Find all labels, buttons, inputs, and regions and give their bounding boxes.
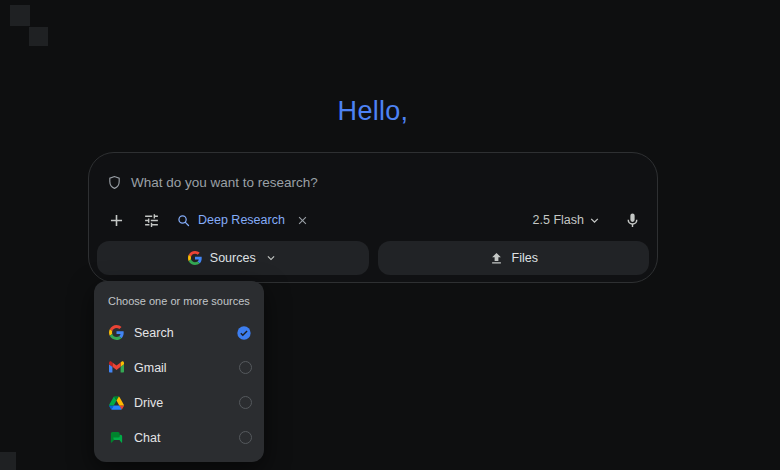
radio-unselected[interactable] <box>239 396 252 409</box>
plus-icon <box>107 211 126 230</box>
google-g-icon <box>108 325 124 340</box>
chevron-down-icon <box>264 251 278 265</box>
model-label: 2.5 Flash <box>533 213 584 227</box>
menu-item-label: Chat <box>134 431 229 445</box>
deep-research-label: Deep Research <box>198 213 285 227</box>
tools-button[interactable] <box>143 212 160 229</box>
add-attachment-button[interactable] <box>107 211 126 230</box>
prompt-toolbar: Deep Research 2.5 Flash <box>107 208 641 232</box>
model-selector[interactable]: 2.5 Flash <box>533 213 602 228</box>
sources-button[interactable]: Sources <box>97 241 369 275</box>
tune-icon <box>143 212 160 229</box>
desktop-artifact <box>29 27 48 46</box>
sources-menu-title: Choose one or more sources <box>94 285 264 315</box>
radio-unselected[interactable] <box>239 431 252 444</box>
menu-item-label: Gmail <box>134 361 229 375</box>
deep-research-chip[interactable]: Deep Research <box>176 213 309 228</box>
menu-item-label: Search <box>134 326 226 340</box>
prompt-input[interactable]: What do you want to research? <box>107 172 318 192</box>
menu-item-label: Drive <box>134 396 229 410</box>
chevron-down-icon <box>587 213 602 228</box>
google-g-icon <box>188 251 202 265</box>
gemini-app: Hello, What do you want to research? <box>0 0 780 470</box>
menu-item-chat[interactable]: Chat <box>94 420 264 455</box>
upload-icon <box>489 251 504 266</box>
drive-icon <box>108 396 124 410</box>
files-label: Files <box>512 251 538 265</box>
prompt-placeholder: What do you want to research? <box>131 175 318 190</box>
prompt-box: What do you want to research? Deep Resea… <box>88 152 658 283</box>
greeting-text: Hello, <box>88 96 658 127</box>
chat-icon <box>108 430 124 445</box>
close-icon[interactable] <box>296 214 309 227</box>
mic-icon <box>624 212 641 229</box>
desktop-artifact <box>0 452 16 470</box>
menu-item-search[interactable]: Search <box>94 315 264 350</box>
menu-item-gmail[interactable]: Gmail <box>94 350 264 385</box>
prompt-actions: Sources Files <box>97 241 649 275</box>
files-button[interactable]: Files <box>378 241 650 275</box>
menu-item-drive[interactable]: Drive <box>94 385 264 420</box>
sources-menu: Choose one or more sources Search <box>94 281 264 462</box>
shield-icon <box>107 175 122 190</box>
search-icon <box>176 213 191 228</box>
gmail-icon <box>108 360 124 375</box>
radio-unselected[interactable] <box>239 361 252 374</box>
desktop-artifact <box>10 5 30 26</box>
check-circle-icon[interactable] <box>236 325 252 341</box>
mic-button[interactable] <box>624 212 641 229</box>
sources-label: Sources <box>210 251 256 265</box>
